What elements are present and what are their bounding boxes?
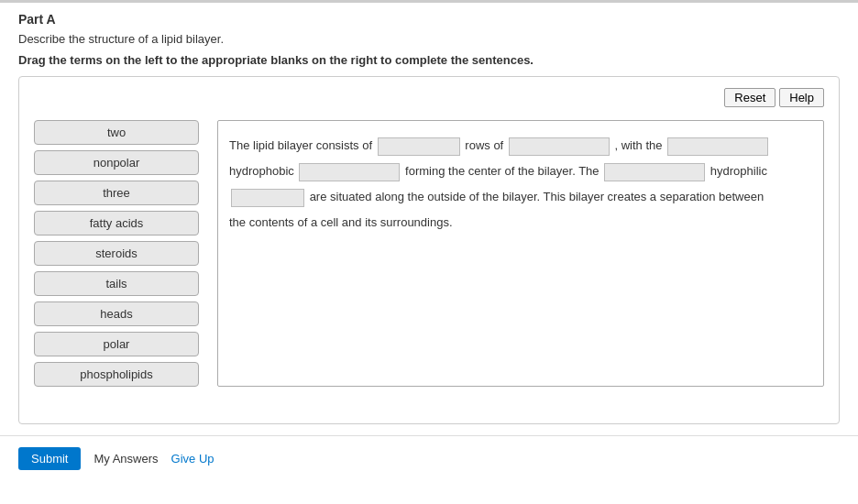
- top-buttons: Reset Help: [34, 88, 824, 107]
- sentence-text-2b: forming the center of the bilayer. The: [405, 164, 600, 178]
- help-button[interactable]: Help: [779, 88, 824, 107]
- blank-4[interactable]: [299, 163, 400, 181]
- term-polar[interactable]: polar: [34, 332, 199, 356]
- terms-column: twononpolarthreefatty acidssteroidstails…: [34, 120, 199, 387]
- content-area: twononpolarthreefatty acidssteroidstails…: [34, 120, 824, 387]
- sentence-text-4: the contents of a cell and its surroundi…: [229, 215, 453, 229]
- sentence-line-1: The lipid bilayer consists of rows of , …: [229, 134, 812, 158]
- give-up-link[interactable]: Give Up: [171, 452, 214, 466]
- blank-5[interactable]: [604, 163, 705, 181]
- submit-button[interactable]: Submit: [18, 447, 81, 470]
- sentence-text-2c: hydrophilic: [710, 164, 767, 178]
- term-heads[interactable]: heads: [34, 301, 199, 326]
- blank-2[interactable]: [509, 137, 610, 156]
- sentence-line-3: are situated along the outside of the bi…: [229, 185, 812, 209]
- term-three[interactable]: three: [34, 181, 199, 205]
- my-answers-label: My Answers: [94, 452, 158, 466]
- term-nonpolar[interactable]: nonpolar: [34, 150, 199, 175]
- term-tails[interactable]: tails: [34, 271, 199, 296]
- sentence-text-1a: The lipid bilayer consists of: [229, 138, 372, 152]
- sentence-text-1b: rows of: [465, 138, 503, 152]
- footer: Submit My Answers Give Up: [0, 435, 858, 481]
- sentence-line-4: the contents of a cell and its surroundi…: [229, 211, 812, 235]
- sentence-text-2a: hydrophobic: [229, 164, 294, 178]
- blank-3[interactable]: [667, 137, 768, 156]
- sentence-line-2: hydrophobic forming the center of the bi…: [229, 159, 812, 183]
- description: Describe the structure of a lipid bilaye…: [18, 32, 840, 46]
- term-steroids[interactable]: steroids: [34, 241, 199, 266]
- reset-button[interactable]: Reset: [724, 88, 776, 107]
- term-phospholipids[interactable]: phospholipids: [34, 362, 199, 387]
- term-fatty-acids[interactable]: fatty acids: [34, 211, 199, 236]
- blank-1[interactable]: [378, 137, 460, 156]
- part-label: Part A: [18, 12, 840, 27]
- sentences-column: The lipid bilayer consists of rows of , …: [217, 120, 824, 387]
- sentence-text-1c: , with the: [614, 138, 662, 152]
- instruction: Drag the terms on the left to the approp…: [18, 53, 840, 67]
- sentence-text-3: are situated along the outside of the bi…: [310, 190, 764, 203]
- term-two[interactable]: two: [34, 120, 199, 145]
- blank-6[interactable]: [231, 189, 304, 207]
- main-box: Reset Help twononpolarthreefatty acidsst…: [18, 76, 840, 424]
